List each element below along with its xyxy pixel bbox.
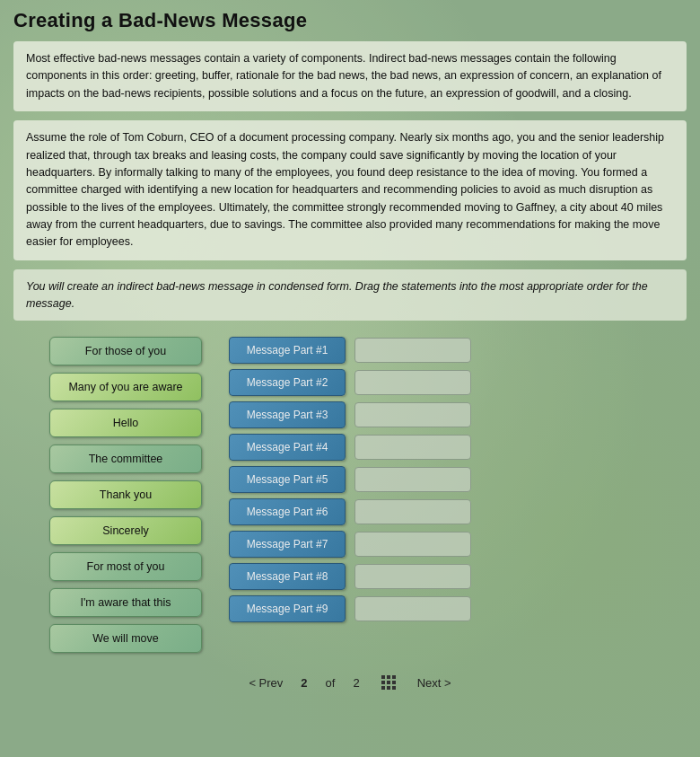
message-parts-column: Message Part #1Message Part #2Message Pa… [229, 337, 651, 653]
grid-dot [392, 686, 396, 690]
grid-dot [392, 675, 396, 679]
message-part-label-1: Message Part #1 [229, 337, 346, 364]
drag-item-item6[interactable]: Sincerely [49, 516, 202, 545]
message-part-drop-6[interactable] [354, 499, 471, 524]
description-block-2: Assume the role of Tom Coburn, CEO of a … [13, 120, 687, 260]
drag-item-item8[interactable]: I'm aware that this [49, 588, 202, 617]
current-page: 2 [301, 676, 307, 690]
grid-icon [381, 675, 396, 690]
grid-dot [387, 686, 390, 690]
grid-dot [381, 675, 385, 679]
grid-dot [387, 675, 390, 679]
grid-dot [387, 681, 390, 684]
page-container: Creating a Bad-News Message Most effecti… [0, 0, 700, 757]
message-part-row-7: Message Part #7 [229, 531, 651, 558]
instruction-block: You will create an indirect bad-news mes… [13, 269, 687, 321]
page-title: Creating a Bad-News Message [13, 9, 687, 32]
drag-item-item5[interactable]: Thank you [49, 480, 202, 509]
message-part-drop-3[interactable] [354, 402, 471, 427]
message-part-label-7: Message Part #7 [229, 531, 346, 558]
message-part-row-4: Message Part #4 [229, 434, 651, 461]
description-text-2: Assume the role of Tom Coburn, CEO of a … [26, 129, 674, 251]
message-part-label-8: Message Part #8 [229, 563, 346, 590]
instruction-text: You will create an indirect bad-news mes… [26, 278, 674, 312]
message-part-row-5: Message Part #5 [229, 466, 651, 493]
description-block-1: Most effective bad-news messages contain… [13, 41, 687, 111]
message-part-row-3: Message Part #3 [229, 401, 651, 428]
page-total: 2 [353, 676, 359, 690]
next-button[interactable]: Next > [417, 676, 451, 690]
message-part-row-1: Message Part #1 [229, 337, 651, 364]
drag-item-item4[interactable]: The committee [49, 445, 202, 473]
message-part-drop-7[interactable] [354, 532, 471, 557]
drag-items-column: For those of youMany of you are awareHel… [49, 337, 202, 653]
grid-dot [381, 686, 385, 690]
message-part-label-5: Message Part #5 [229, 466, 346, 493]
message-part-row-9: Message Part #9 [229, 595, 651, 622]
drag-item-item3[interactable]: Hello [49, 409, 202, 437]
grid-dot [381, 681, 385, 684]
message-part-drop-8[interactable] [354, 564, 471, 589]
message-part-label-2: Message Part #2 [229, 369, 346, 396]
message-part-drop-4[interactable] [354, 435, 471, 460]
message-part-row-2: Message Part #2 [229, 369, 651, 396]
pagination-bar: < Prev 2 of 2 Next > [13, 675, 687, 699]
page-current: 2 [301, 676, 307, 690]
grid-dot [392, 681, 396, 684]
message-part-drop-5[interactable] [354, 467, 471, 492]
message-part-row-6: Message Part #6 [229, 498, 651, 525]
description-text-1: Most effective bad-news messages contain… [26, 50, 674, 102]
drag-item-item9[interactable]: We will move [49, 624, 202, 653]
message-part-drop-9[interactable] [354, 596, 471, 621]
message-part-label-9: Message Part #9 [229, 595, 346, 622]
message-part-label-4: Message Part #4 [229, 434, 346, 461]
drag-item-item1[interactable]: For those of you [49, 337, 202, 365]
page-separator: of [326, 676, 336, 690]
message-part-drop-1[interactable] [354, 338, 471, 363]
prev-button[interactable]: < Prev [249, 676, 283, 690]
drag-area: For those of youMany of you are awareHel… [13, 337, 687, 653]
message-part-drop-2[interactable] [354, 370, 471, 395]
message-part-row-8: Message Part #8 [229, 563, 651, 590]
drag-item-item2[interactable]: Many of you are aware [49, 373, 202, 401]
message-part-label-3: Message Part #3 [229, 401, 346, 428]
drag-item-item7[interactable]: For most of you [49, 552, 202, 581]
message-part-label-6: Message Part #6 [229, 498, 346, 525]
